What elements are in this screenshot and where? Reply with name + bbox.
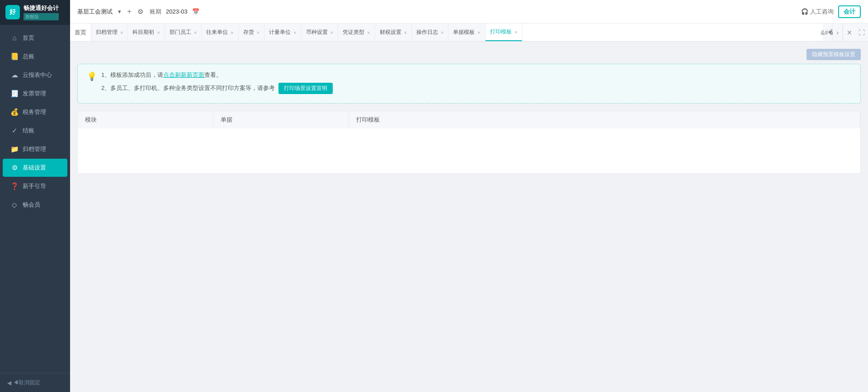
sidebar-item-archive[interactable]: 📁 归档管理 (3, 140, 67, 158)
table-col-voucher: 单据 (213, 111, 349, 128)
tabbar-right: &#� › ✕ ⛶ (823, 24, 868, 41)
sidebar: 好 畅捷通好会计 旗舰版 ⌂ 首页 📒 总账 ☁ 云报表中心 🧾 发票管理 💰 … (0, 0, 70, 392)
archive-icon: 📁 (10, 145, 19, 154)
sidebar-item-ledger[interactable]: 📒 总账 (3, 47, 67, 66)
sidebar-item-close[interactable]: ✓ 结账 (3, 122, 67, 140)
invoice-icon: 🧾 (10, 89, 19, 98)
tab-op-log-close[interactable]: × (441, 30, 443, 35)
close-period-icon: ✓ (10, 126, 19, 135)
table-col-print-template: 打印模板 (349, 111, 860, 128)
tab-partners-label: 往来单位 (206, 28, 228, 36)
tax-icon: 💰 (10, 108, 19, 117)
info-refresh-link[interactable]: 点击刷新新页面 (163, 71, 204, 78)
tab-dept[interactable]: 部门员工 × (165, 24, 202, 41)
home-icon: ⌂ (10, 33, 19, 43)
sidebar-item-member[interactable]: ◇ 畅会员 (3, 196, 67, 214)
info-line1-prefix: 1、模板添加成功后，请 (101, 71, 163, 78)
logo-sub: 旗舰版 (24, 13, 59, 20)
info-box: 💡 1、模板添加成功后，请点击刷新新页面查看。 2、多员工、多打印机、多种业务类… (77, 64, 861, 104)
service-link[interactable]: 🎧 人工咨询 (801, 8, 834, 16)
tab-subjects[interactable]: 科目期初 × (128, 24, 165, 41)
sidebar-label-invoice: 发票管理 (23, 90, 46, 98)
tabbar-fullscreen-btn[interactable]: ⛶ (855, 24, 868, 41)
period-label: 账期 (150, 8, 161, 16)
tab-tax-settings[interactable]: 财税设置 × (375, 24, 412, 41)
table-col-module: 模块 (78, 111, 213, 128)
sidebar-item-settings[interactable]: ⚙ 基础设置 (3, 159, 67, 177)
kuaiji-button[interactable]: 会计 (838, 5, 861, 18)
tab-voucher-type[interactable]: 凭证类型 × (338, 24, 375, 41)
sidebar-item-guide[interactable]: ❓ 新手引导 (3, 177, 67, 195)
tabbar-prev-btn[interactable]: &#� (823, 24, 833, 41)
tab-op-log[interactable]: 操作日志 × (412, 24, 448, 41)
tab-unit-close[interactable]: × (293, 30, 296, 35)
hide-preview-button[interactable]: 隐藏预置模板设置 (807, 49, 861, 60)
tabbar: 首页 归档管理 × 科目期初 × 部门员工 × 往来单位 × 存货 × 计量单位… (70, 24, 868, 42)
add-tab-icon[interactable]: ＋ (126, 7, 133, 16)
headset-icon: 🎧 (801, 8, 808, 15)
tab-print-template[interactable]: 打印模板 × (486, 24, 522, 41)
sidebar-footer-label: ◀取消固定 (13, 379, 40, 387)
org-dropdown-icon[interactable]: ▾ (118, 8, 121, 15)
tab-voucher-type-label: 凭证类型 (343, 28, 364, 36)
calendar-icon[interactable]: 📅 (192, 8, 199, 15)
tab-archive[interactable]: 归档管理 × (91, 24, 128, 41)
tab-home-label: 首页 (75, 28, 86, 37)
main-area: 基层工会测试 ▾ ＋ ⚙ 账期 2023-03 📅 🎧 人工咨询 会计 首页 归… (70, 0, 868, 392)
sidebar-item-home[interactable]: ⌂ 首页 (3, 29, 67, 47)
tabbar-close-all-btn[interactable]: ✕ (843, 24, 855, 41)
tab-subjects-close[interactable]: × (157, 30, 160, 35)
sidebar-item-reports[interactable]: ☁ 云报表中心 (3, 66, 67, 84)
tab-partners-close[interactable]: × (231, 30, 233, 35)
tab-dept-label: 部门员工 (170, 28, 191, 36)
org-name: 基层工会测试 (77, 8, 113, 16)
info-line1-suffix: 查看。 (204, 71, 222, 78)
tab-currency[interactable]: 币种设置 × (302, 24, 338, 41)
tab-print-template-close[interactable]: × (514, 29, 517, 35)
tab-subjects-label: 科目期初 (132, 28, 154, 36)
sidebar-label-home: 首页 (23, 34, 34, 42)
topbar-gear-icon[interactable]: ⚙ (137, 8, 143, 16)
sidebar-footer-unpin[interactable]: ◀ ◀取消固定 (0, 373, 70, 392)
bulb-icon: 💡 (87, 71, 97, 81)
tab-unit[interactable]: 计量单位 × (264, 24, 301, 41)
service-label: 人工咨询 (810, 8, 834, 16)
tab-inventory-label: 存货 (243, 28, 254, 36)
info-line2-prefix: 2、多员工、多打印机、多种业务类型设置不同打印方案等，请参考 (101, 85, 275, 91)
tab-inventory-close[interactable]: × (257, 30, 259, 35)
tab-inventory[interactable]: 存货 × (239, 24, 264, 41)
sidebar-item-tax[interactable]: 💰 税务管理 (3, 103, 67, 121)
topbar: 基层工会测试 ▾ ＋ ⚙ 账期 2023-03 📅 🎧 人工咨询 会计 (70, 0, 868, 24)
tab-archive-label: 归档管理 (96, 28, 118, 36)
unpin-icon: ◀ (7, 380, 11, 386)
tabbar-next-btn[interactable]: › (833, 24, 843, 41)
sidebar-label-settings: 基础设置 (23, 164, 46, 172)
tab-home[interactable]: 首页 (70, 24, 91, 41)
tab-op-log-label: 操作日志 (416, 28, 438, 36)
tab-single-template-label: 单据模板 (453, 28, 475, 36)
tab-single-template-close[interactable]: × (477, 30, 480, 35)
logo-title: 畅捷通好会计 (24, 5, 59, 12)
guide-icon: ❓ (10, 182, 19, 191)
sidebar-label-tax: 税务管理 (23, 108, 46, 116)
sidebar-item-invoice[interactable]: 🧾 发票管理 (3, 85, 67, 103)
sidebar-nav: ⌂ 首页 📒 总账 ☁ 云报表中心 🧾 发票管理 💰 税务管理 ✓ 结账 📁 归… (0, 25, 70, 373)
member-icon: ◇ (10, 200, 19, 209)
tab-single-template[interactable]: 单据模板 × (448, 24, 485, 41)
tab-currency-close[interactable]: × (330, 30, 333, 35)
tab-archive-close[interactable]: × (120, 30, 123, 35)
tab-tax-settings-close[interactable]: × (404, 30, 407, 35)
tab-print-template-label: 打印模板 (490, 28, 512, 36)
tab-partners[interactable]: 往来单位 × (202, 24, 238, 41)
table-header: 模块 单据 打印模板 (77, 111, 861, 128)
settings-icon: ⚙ (10, 163, 19, 172)
tab-voucher-type-close[interactable]: × (367, 30, 370, 35)
cloud-icon: ☁ (10, 71, 19, 80)
ledger-icon: 📒 (10, 52, 19, 61)
tab-dept-close[interactable]: × (194, 30, 197, 35)
sidebar-label-close: 结账 (23, 127, 34, 135)
sidebar-label-guide: 新手引导 (23, 182, 46, 190)
logo-text: 畅捷通好会计 旗舰版 (24, 5, 59, 20)
print-scene-btn[interactable]: 打印场景设置宣明 (278, 83, 333, 94)
logo-icon: 好 (5, 5, 20, 19)
